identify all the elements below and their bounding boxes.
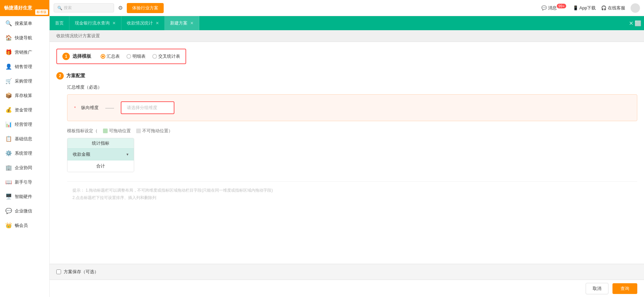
sidebar-item-label: 畅会员	[15, 222, 28, 229]
dimension-section-label: 汇总维度（必选）	[67, 84, 637, 90]
sidebar-item-label: 资金管理	[15, 107, 32, 113]
monitor-icon: 🖥️	[5, 193, 12, 200]
search-icon: 🔍	[57, 6, 62, 10]
search-box[interactable]: 🔍 搜索	[54, 3, 114, 12]
sidebar-item-marketing[interactable]: 🎁 营销推广	[0, 45, 49, 59]
topbar-right: 💬 消息 99+ 📱 App下载 🎧 在线客服	[541, 3, 640, 13]
tab-home-label: 首页	[55, 20, 64, 26]
chevron-down-icon: ▾	[126, 152, 128, 157]
tab-new-plan[interactable]: 新建方案 ✕	[165, 16, 199, 30]
breadcrumb: 收款情况统计方案设置	[50, 30, 644, 42]
tab-collection-stat[interactable]: 收款情况统计 ✕	[121, 16, 165, 30]
tab-new-plan-label: 新建方案	[170, 20, 187, 26]
sidebar-item-purchase[interactable]: 🛒 采购管理	[0, 74, 49, 88]
step1-num: 1	[62, 53, 70, 60]
sidebar-item-label: 库存核算	[15, 93, 32, 99]
sidebar-item-label: 企业微信	[15, 208, 32, 214]
chat-icon: 💬	[5, 208, 12, 214]
sidebar-item-operation[interactable]: 📊 经营管理	[0, 117, 49, 132]
metrics-row-total: 合计	[67, 160, 134, 172]
sidebar-item-guide[interactable]: 📖 新手引导	[0, 175, 49, 189]
sidebar-item-system[interactable]: ⚙️ 系统管理	[0, 146, 49, 160]
tab-bank-flow[interactable]: 现金银行流水查询 ✕	[69, 16, 121, 30]
dimension-select[interactable]: 请选择分组维度	[121, 101, 174, 114]
tab-bank-flow-label: 现金银行流水查询	[75, 20, 110, 26]
save-label: 方案保存（可选）	[64, 269, 99, 275]
sidebar-logo-badge: 标准版	[35, 9, 48, 15]
radio-cross[interactable]: 交叉统计表	[152, 53, 180, 59]
radio-detail[interactable]: 明细表	[126, 53, 146, 59]
arrow-separator: ——	[105, 105, 114, 110]
sidebar-item-collab[interactable]: 🏢 企业协同	[0, 160, 49, 175]
gift-icon: 🎁	[5, 49, 12, 55]
avatar	[631, 3, 640, 13]
step2-num: 2	[56, 72, 64, 80]
sidebar-item-inventory[interactable]: 📦 库存核算	[0, 88, 49, 103]
topbar: 🔍 搜索 ⚙ 体验行业方案 💬 消息 99+ 📱 App下载 🎧 在线客服	[50, 0, 644, 16]
cancel-button[interactable]: 取消	[586, 283, 608, 294]
step1-title: 选择模板	[72, 53, 91, 59]
settings-icon: ⚙️	[5, 150, 12, 156]
sidebar-item-base[interactable]: 📋 基础信息	[0, 132, 49, 146]
sidebar-item-label: 搜索菜单	[15, 20, 32, 27]
gear-icon[interactable]: ⚙	[117, 3, 124, 12]
sidebar-item-label: 系统管理	[15, 150, 32, 156]
tab-new-plan-close[interactable]: ✕	[190, 21, 194, 26]
tab-collection-stat-close[interactable]: ✕	[156, 21, 159, 26]
tab-collection-stat-label: 收款情况统计	[127, 20, 153, 26]
tip-1: 提示： 1.拖动标题栏可以调整布局，不可跨维度或指标区域拖动栏目字段(只能在同一…	[72, 187, 632, 194]
metrics-table: 统计指标 收款金额 ▾ 合计	[67, 138, 134, 172]
draggable-indicator: 可拖动位置	[103, 128, 131, 134]
save-option-row: 方案保存（可选）	[50, 264, 644, 280]
chart-icon: 📊	[5, 121, 12, 128]
vertical-dim-row: * 纵向维度 —— 请选择分组维度	[74, 101, 630, 114]
tab-bank-flow-close[interactable]: ✕	[112, 21, 116, 26]
step2-title: 方案配置	[66, 73, 85, 79]
sidebar-item-member[interactable]: 👑 畅会员	[0, 218, 49, 233]
window-close-icon[interactable]: ✕	[629, 20, 633, 27]
sidebar-item-label: 快捷导航	[15, 35, 32, 41]
sidebar-item-label: 新手引导	[15, 179, 32, 185]
draggable-box	[103, 129, 108, 133]
main-area: 🔍 搜索 ⚙ 体验行业方案 💬 消息 99+ 📱 App下载 🎧 在线客服 首页…	[50, 0, 644, 297]
non-draggable-box	[136, 129, 141, 133]
search-placeholder: 搜索	[64, 5, 72, 11]
metrics-header: 模板指标设定（ 可拖动位置 不可拖动位置）	[67, 128, 637, 134]
sidebar-item-hardware[interactable]: 🖥️ 智能硬件	[0, 189, 49, 204]
sidebar-item-wechat[interactable]: 💬 企业微信	[0, 204, 49, 218]
cart-icon: 🛒	[5, 78, 12, 84]
non-draggable-indicator: 不可拖动位置）	[136, 128, 173, 134]
radio-detail-circle	[126, 54, 131, 59]
content: 收款情况统计方案设置 1 选择模板 汇总表	[50, 30, 644, 297]
tips-section: 提示： 1.拖动标题栏可以调整布局，不可跨维度或指标区域拖动栏目字段(只能在同一…	[67, 181, 637, 207]
tab-home[interactable]: 首页	[50, 16, 69, 30]
sidebar-item-label: 销售管理	[15, 64, 32, 70]
industry-btn[interactable]: 体验行业方案	[127, 3, 164, 13]
clipboard-icon: 📋	[5, 136, 12, 142]
crown-icon: 👑	[5, 222, 12, 229]
template-radio-group: 汇总表 明细表 交叉统计表	[101, 53, 180, 59]
window-maximize-icon[interactable]: ⬜	[635, 20, 641, 27]
radio-summary[interactable]: 汇总表	[101, 53, 120, 59]
online-service-link[interactable]: 🎧 在线客服	[601, 5, 625, 11]
radio-cross-circle	[152, 54, 157, 59]
tabbar: 首页 现金银行流水查询 ✕ 收款情况统计 ✕ 新建方案 ✕ ✕ ⬜	[50, 16, 644, 30]
sidebar-item-quick-nav[interactable]: 🏠 快捷导航	[0, 31, 49, 45]
sidebar-item-label: 经营管理	[15, 121, 32, 128]
query-button[interactable]: 查询	[612, 283, 637, 294]
book-icon: 📖	[5, 179, 12, 185]
message-icon[interactable]: 💬 消息 99+	[541, 5, 568, 11]
sidebar-item-label: 基础信息	[15, 136, 32, 142]
app-download-link[interactable]: 📱 App下载	[573, 5, 596, 11]
sidebar-item-sales[interactable]: 👤 销售管理	[0, 59, 49, 74]
sidebar-item-label: 智能硬件	[15, 194, 32, 200]
sidebar-item-fund[interactable]: 💰 资金管理	[0, 103, 49, 117]
money-icon: 💰	[5, 107, 12, 113]
content-body: 1 选择模板 汇总表 明细表	[50, 42, 644, 264]
sidebar-item-search[interactable]: 🔍 搜索菜单	[0, 16, 49, 31]
metrics-col-header[interactable]: 收款金额 ▾	[67, 149, 134, 160]
building-icon: 🏢	[5, 164, 12, 171]
sidebar-item-label: 营销推广	[15, 49, 32, 55]
save-checkbox[interactable]	[56, 269, 61, 274]
user-icon: 👤	[5, 63, 12, 70]
